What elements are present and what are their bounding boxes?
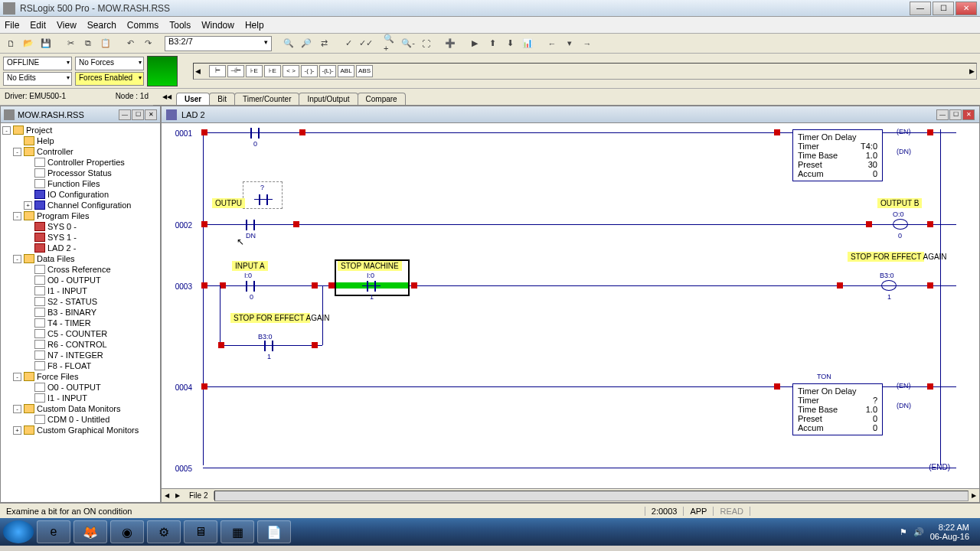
coil-stop-effect[interactable]: [881, 280, 897, 291]
edits-status[interactable]: No Edits: [3, 72, 72, 86]
back-icon[interactable]: ←: [544, 36, 560, 51]
taskbar-app2-icon[interactable]: 🖥: [184, 520, 217, 543]
branch-icon[interactable]: ⊣⊢: [227, 65, 244, 77]
tree-project[interactable]: Project: [26, 126, 52, 135]
replace-icon[interactable]: ⇄: [316, 36, 332, 51]
otl-icon[interactable]: -(L)-: [319, 65, 336, 77]
scroll-right-icon[interactable]: ▶: [969, 492, 979, 499]
download-icon[interactable]: ⬇: [502, 36, 518, 51]
tree-fi1[interactable]: I1 - INPUT: [47, 393, 87, 403]
undo-icon[interactable]: ↶: [122, 36, 138, 51]
fit-icon[interactable]: ⛶: [418, 36, 433, 51]
menu-tools[interactable]: Tools: [169, 20, 191, 31]
tab-prev-icon[interactable]: ◀: [162, 492, 172, 499]
taskbar-chrome-icon[interactable]: ◉: [110, 520, 144, 543]
ladder-canvas[interactable]: 0001 0 Timer On Delay TimerT4:0 Time Bas…: [162, 123, 979, 488]
tree-fo0[interactable]: O0 - OUTPUT: [47, 383, 101, 392]
tree-procstat[interactable]: Processor Status: [47, 168, 112, 178]
find-next-icon[interactable]: 🔎: [299, 36, 314, 51]
menu-help[interactable]: Help: [245, 20, 264, 31]
tab-timer[interactable]: Timer/Counter: [234, 93, 300, 105]
paste-icon[interactable]: 📋: [98, 36, 113, 51]
tree-cdm0[interactable]: CDM 0 - Untitled: [47, 415, 109, 424]
osr-icon[interactable]: < >: [283, 65, 299, 77]
upload-icon[interactable]: ⬆: [485, 36, 500, 51]
taskbar-rslogix-icon[interactable]: ▦: [220, 520, 254, 543]
tree-max-icon[interactable]: ☐: [132, 109, 144, 120]
tab-user[interactable]: User: [176, 93, 210, 105]
tree-xref[interactable]: Cross Reference: [47, 265, 111, 274]
tree-f8[interactable]: F8 - FLOAT: [47, 361, 91, 370]
forces-enabled[interactable]: Forces Enabled: [75, 72, 144, 86]
tray-volume-icon[interactable]: 🔊: [913, 527, 924, 537]
tree-r6[interactable]: R6 - CONTROL: [47, 340, 107, 349]
hscroll[interactable]: [214, 491, 969, 501]
timer-block-2[interactable]: Timer On Delay Timer? Time Base1.0 Prese…: [792, 383, 883, 435]
redo-icon[interactable]: ↷: [140, 36, 155, 51]
timer-block-1[interactable]: Timer On Delay TimerT4:0 Time Base1.0 Pr…: [792, 129, 883, 181]
tree-sys0[interactable]: SYS 0 -: [47, 222, 77, 231]
project-tree[interactable]: -Project Help -Controller Controller Pro…: [1, 123, 160, 502]
close-button[interactable]: ✕: [956, 2, 977, 15]
history-icon[interactable]: ▾: [562, 36, 577, 51]
tree-c5[interactable]: C5 - COUNTER: [47, 329, 107, 338]
tree-b3[interactable]: B3 - BINARY: [47, 308, 96, 317]
abs-icon[interactable]: ABS: [356, 65, 373, 77]
tree-t4[interactable]: T4 - TIMER: [47, 318, 91, 328]
menu-comms[interactable]: Comms: [127, 20, 158, 31]
system-tray[interactable]: ⚑ 🔊 8:22 AM 06-Aug-16: [900, 523, 977, 541]
taskbar-app1-icon[interactable]: ⚙: [147, 520, 181, 543]
minimize-button[interactable]: —: [910, 2, 931, 15]
save-icon[interactable]: 💾: [38, 36, 54, 51]
go-online-icon[interactable]: ▶: [467, 36, 482, 51]
tree-ctlprops[interactable]: Controller Properties: [47, 158, 125, 167]
verify-all-icon[interactable]: ✓✓: [358, 36, 374, 51]
xic-icon[interactable]: ⊦E: [246, 65, 263, 77]
taskbar-notepad-icon[interactable]: 📄: [257, 520, 291, 543]
new-icon[interactable]: 🗋: [3, 36, 18, 51]
find-icon[interactable]: 🔍: [281, 36, 296, 51]
tree-funcfiles[interactable]: Function Files: [47, 179, 100, 188]
forward-icon[interactable]: →: [580, 36, 595, 51]
tab-compare[interactable]: Compare: [358, 93, 406, 105]
tree-chanconfig[interactable]: Channel Configuration: [47, 201, 131, 210]
tree-ioconfig[interactable]: IO Configuration: [47, 190, 109, 199]
online-status[interactable]: OFFLINE: [3, 57, 72, 70]
tree-n7[interactable]: N7 - INTEGER: [47, 350, 103, 360]
menu-window[interactable]: Window: [201, 20, 234, 31]
copy-icon[interactable]: ⧉: [80, 36, 96, 51]
maximize-button[interactable]: ☐: [933, 2, 954, 15]
tab-bit[interactable]: Bit: [209, 93, 235, 105]
tree-sys1[interactable]: SYS 1 -: [47, 233, 77, 242]
coil-output-b[interactable]: [893, 219, 908, 230]
file-tab[interactable]: File 2: [183, 491, 214, 500]
ladder-close-icon[interactable]: ✕: [962, 109, 975, 120]
tab-io[interactable]: Input/Output: [299, 93, 358, 105]
tree-progfiles[interactable]: Program Files: [37, 211, 89, 220]
histogram-icon[interactable]: 📊: [520, 36, 535, 51]
zoom-out-icon[interactable]: 🔍-: [400, 36, 416, 51]
open-icon[interactable]: 📂: [21, 36, 36, 51]
rung-icon[interactable]: ⊢: [209, 65, 226, 77]
tree-cdm[interactable]: Custom Data Monitors: [37, 404, 120, 413]
tree-i1[interactable]: I1 - INPUT: [47, 286, 87, 295]
zoom-in-icon[interactable]: 🔍+: [383, 36, 398, 51]
forces-status[interactable]: No Forces: [75, 57, 144, 70]
tree-s2[interactable]: S2 - STATUS: [47, 297, 97, 306]
tray-flag-icon[interactable]: ⚑: [900, 527, 907, 537]
xio-icon[interactable]: ⊦E: [264, 65, 281, 77]
tree-min-icon[interactable]: —: [119, 109, 131, 120]
tab-next-icon[interactable]: ▶: [172, 492, 183, 499]
tree-datafiles[interactable]: Data Files: [37, 254, 75, 263]
cut-icon[interactable]: ✂: [63, 36, 78, 51]
new-rung-icon[interactable]: ➕: [443, 36, 458, 51]
menu-view[interactable]: View: [57, 20, 77, 31]
menu-file[interactable]: File: [5, 20, 19, 31]
taskbar-ie-icon[interactable]: e: [37, 520, 70, 543]
address-combo[interactable]: B3:2/7: [165, 36, 272, 51]
ote-icon[interactable]: -( )-: [301, 65, 318, 77]
tree-o0[interactable]: O0 - OUTPUT: [47, 276, 101, 285]
tree-close-icon[interactable]: ✕: [145, 109, 157, 120]
ladder-min-icon[interactable]: —: [936, 109, 949, 120]
start-button[interactable]: [3, 520, 34, 543]
